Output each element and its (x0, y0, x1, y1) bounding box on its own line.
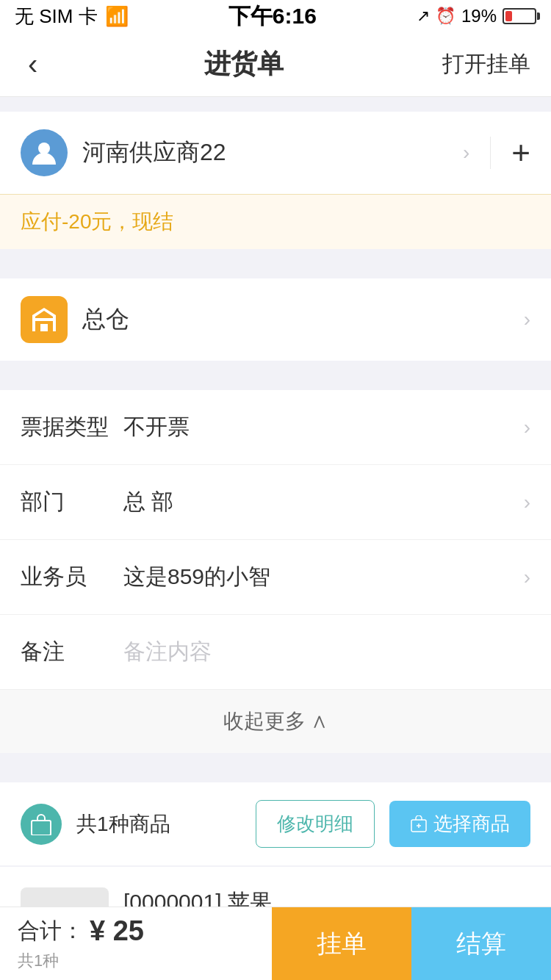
status-carrier: 无 SIM 卡 📶 (15, 4, 129, 29)
supplier-name: 河南供应商22 (82, 137, 463, 169)
total-count: 共1种 (18, 950, 254, 972)
open-hang-button[interactable]: 打开挂单 (442, 49, 530, 79)
gap-3 (0, 361, 551, 375)
back-button[interactable]: ‹ (21, 40, 45, 88)
wifi-icon: 📶 (105, 5, 129, 28)
add-supplier-button[interactable]: + (490, 137, 530, 169)
status-bar: 无 SIM 卡 📶 下午6:16 ↗ ⏰ 19% (0, 0, 551, 32)
total-value: ¥ 25 (90, 915, 144, 947)
invoice-row[interactable]: 票据类型 不开票 › (0, 390, 551, 465)
supplier-row[interactable]: 河南供应商22 › + (0, 112, 551, 194)
gap-1 (0, 97, 551, 112)
select-product-label: 选择商品 (433, 811, 510, 837)
svg-rect-2 (32, 821, 51, 835)
gap-2 (0, 249, 551, 264)
status-time: 下午6:16 (228, 1, 317, 32)
battery-fill (505, 11, 513, 21)
department-row[interactable]: 部门 总 部 › (0, 465, 551, 540)
hang-button[interactable]: 挂单 (272, 907, 411, 980)
total-amount: 合计： ¥ 25 (18, 915, 254, 947)
salesman-label: 业务员 (21, 562, 116, 592)
products-icon (21, 804, 62, 845)
warehouse-row[interactable]: 总仓 › (0, 278, 551, 361)
select-product-button[interactable]: 选择商品 (389, 801, 530, 847)
gap-4 (0, 753, 551, 768)
edit-detail-button[interactable]: 修改明细 (256, 800, 375, 848)
battery-icon (503, 8, 536, 24)
supplier-avatar (21, 129, 68, 176)
products-header: 共1种商品 修改明细 选择商品 (0, 782, 551, 865)
remark-input[interactable]: 备注内容 (123, 637, 530, 667)
checkout-button[interactable]: 结算 (411, 907, 551, 980)
page-title: 进货单 (204, 46, 284, 82)
salesman-value: 这是859的小智 (123, 562, 524, 592)
invoice-value: 不开票 (123, 412, 524, 442)
total-section: 合计： ¥ 25 共1种 (0, 907, 272, 980)
department-label: 部门 (21, 487, 116, 517)
remark-label: 备注 (21, 637, 116, 667)
salesman-row[interactable]: 业务员 这是859的小智 › (0, 540, 551, 615)
collapse-bar[interactable]: 收起更多 ∧ (0, 689, 551, 753)
warehouse-icon (21, 296, 68, 343)
invoice-label: 票据类型 (21, 412, 116, 442)
carrier-text: 无 SIM 卡 (15, 4, 98, 29)
svg-rect-1 (40, 324, 48, 331)
bottom-bar: 合计： ¥ 25 共1种 挂单 结算 (0, 907, 551, 980)
warehouse-name: 总仓 (82, 303, 524, 336)
payment-notice: 应付-20元，现结 (0, 194, 551, 249)
products-count: 共1种商品 (76, 810, 241, 838)
invoice-arrow-icon: › (524, 416, 530, 439)
form-section: 票据类型 不开票 › 部门 总 部 › 业务员 这是859的小智 › 备注 备注… (0, 390, 551, 689)
battery-percent: 19% (461, 6, 497, 26)
status-right: ↗ ⏰ 19% (417, 6, 536, 26)
salesman-arrow-icon: › (524, 566, 530, 589)
department-value: 总 部 (123, 487, 524, 517)
svg-point-0 (38, 143, 50, 154)
alarm-icon: ⏰ (436, 7, 455, 26)
nav-bar: ‹ 进货单 打开挂单 (0, 32, 551, 97)
supplier-card: 河南供应商22 › + 应付-20元，现结 (0, 112, 551, 249)
warehouse-arrow-icon: › (524, 308, 530, 331)
supplier-arrow-icon: › (463, 141, 469, 165)
remark-row[interactable]: 备注 备注内容 (0, 615, 551, 689)
total-label: 合计： (18, 916, 84, 946)
content-area: 河南供应商22 › + 应付-20元，现结 总仓 › 票据类型 不开票 › 部门 (0, 97, 551, 980)
location-icon: ↗ (417, 7, 430, 26)
department-arrow-icon: › (524, 491, 530, 514)
